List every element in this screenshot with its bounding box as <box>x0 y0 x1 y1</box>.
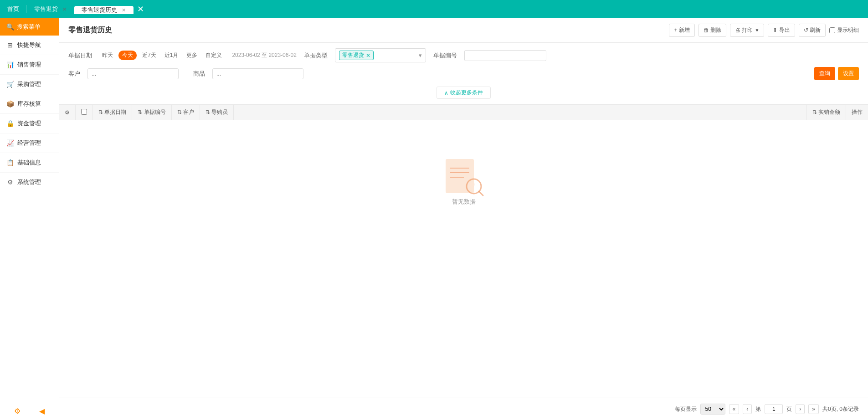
th-doc-no-label: ⇅ 单据编号 <box>138 109 165 115</box>
sidebar-item-quick-nav[interactable]: ⊞ 快捷导航 <box>0 36 59 55</box>
sidebar-bottom: ⚙ ◀ <box>0 402 59 420</box>
sidebar-item-sales-mgmt[interactable]: 📊 销售管理 <box>0 55 59 75</box>
th-guide[interactable]: ⇅ 导购员 <box>200 105 234 120</box>
sidebar-item-system-mgmt[interactable]: ⚙ 系统管理 <box>0 173 59 192</box>
first-page-button[interactable]: « <box>729 404 740 414</box>
print-button[interactable]: 🖨 打印 ▼ <box>730 24 764 37</box>
collapse-filter-button[interactable]: ∧ 收起更多条件 <box>437 87 491 99</box>
th-settings: ⚙ <box>59 105 76 120</box>
table-body: 暂无数据 <box>59 120 868 243</box>
page-input[interactable] <box>765 404 783 414</box>
date-btn-yesterday[interactable]: 昨天 <box>99 51 116 60</box>
doc-type-arrow: ▾ <box>419 52 422 59</box>
purchase-mgmt-icon: 🛒 <box>6 81 14 88</box>
sidebar-item-purchase-mgmt[interactable]: 🛒 采购管理 <box>0 75 59 94</box>
search-menu-icon: 🔍 <box>6 23 14 31</box>
customer-input[interactable] <box>87 68 179 79</box>
tab-home[interactable]: 首页 <box>0 5 27 13</box>
th-customer-label: ⇅ 客户 <box>177 109 194 115</box>
date-btn-custom[interactable]: 自定义 <box>203 51 225 60</box>
filter-area: 单据日期 昨天 今天 近7天 近1月 更多 自定义 2023-06-02 至 2… <box>59 43 868 105</box>
sidebar-item-basic-info[interactable]: 📋 基础信息 <box>0 153 59 173</box>
goods-input[interactable] <box>212 68 303 79</box>
new-button-label: + 新增 <box>674 26 689 34</box>
refresh-button-label: ↺ 刷新 <box>804 26 821 34</box>
page-unit: 页 <box>786 405 792 413</box>
doc-no-input[interactable] <box>464 50 546 61</box>
sidebar-item-sales-mgmt-label: 销售管理 <box>17 61 41 69</box>
show-detail-toggle[interactable]: 显示明细 <box>829 26 859 34</box>
new-button[interactable]: + 新增 <box>669 24 694 37</box>
filter-row-1: 单据日期 昨天 今天 近7天 近1月 更多 自定义 2023-06-02 至 2… <box>68 48 859 62</box>
refresh-button[interactable]: ↺ 刷新 <box>799 24 826 37</box>
th-amount-label: ⇅ 实销金额 <box>812 109 840 115</box>
show-detail-checkbox[interactable] <box>829 27 835 33</box>
goods-label: 商品 <box>193 70 205 78</box>
sales-mgmt-icon: 📊 <box>6 61 14 68</box>
tab-retail-return-history[interactable]: 零售退货历史 ✕ <box>74 6 134 14</box>
empty-state-row: 暂无数据 <box>59 120 868 243</box>
sidebar-item-system-mgmt-label: 系统管理 <box>17 178 41 186</box>
th-checkbox <box>76 105 93 120</box>
sidebar: 🔍 搜索菜单 ⊞ 快捷导航 📊 销售管理 🛒 采购管理 📦 库存核算 🔒 <box>0 18 59 420</box>
tab-retail-return-close[interactable]: ✕ <box>62 6 67 12</box>
page-label: 第 <box>755 405 761 413</box>
search-menu-button[interactable]: 🔍 搜索菜单 <box>0 18 59 36</box>
doc-type-tag-close[interactable]: ✕ <box>366 52 370 59</box>
doc-no-label: 单据编号 <box>433 51 457 60</box>
print-button-label: 🖨 打印 <box>735 26 753 34</box>
main-layout: 🔍 搜索菜单 ⊞ 快捷导航 📊 销售管理 🛒 采购管理 📦 库存核算 🔒 <box>0 18 868 420</box>
customer-label: 客户 <box>68 70 80 78</box>
doc-type-label: 单据类型 <box>304 51 328 60</box>
sidebar-item-basic-info-label: 基础信息 <box>17 159 41 167</box>
tab-retail-return[interactable]: 零售退货 ✕ <box>27 5 74 13</box>
th-doc-no[interactable]: ⇅ 单据编号 <box>132 105 171 120</box>
top-bar: 首页 零售退货 ✕ 零售退货历史 ✕ ✕ <box>0 0 868 18</box>
sidebar-item-operations[interactable]: 📈 经营管理 <box>0 133 59 153</box>
query-button-label: 查询 <box>819 70 830 77</box>
last-page-button[interactable]: » <box>808 404 819 414</box>
table-header: ⚙ ⇅ 单据日期 ⇅ 单据编号 ⇅ 客户 <box>59 105 868 120</box>
sidebar-item-finance-label: 资金管理 <box>17 119 41 128</box>
th-amount[interactable]: ⇅ 实销金额 <box>806 105 846 120</box>
window-close-button[interactable]: ✕ <box>134 4 148 14</box>
query-button[interactable]: 查询 <box>814 67 835 80</box>
collapse-sidebar-icon[interactable]: ◀ <box>39 407 45 415</box>
date-btn-today[interactable]: 今天 <box>118 51 137 60</box>
sidebar-item-inventory-label: 库存核算 <box>17 100 41 108</box>
collapse-row: ∧ 收起更多条件 <box>68 85 859 99</box>
next-page-button[interactable]: › <box>796 404 805 414</box>
print-dropdown-icon[interactable]: ▼ <box>755 28 759 33</box>
date-filter-buttons: 昨天 今天 近7天 近1月 更多 自定义 <box>99 51 225 60</box>
svg-point-7 <box>469 182 475 187</box>
th-customer[interactable]: ⇅ 客户 <box>171 105 200 120</box>
doc-type-tag-text: 零售退货 <box>342 51 364 59</box>
sidebar-item-finance[interactable]: 🔒 资金管理 <box>0 114 59 133</box>
page-size-select[interactable]: 50 10 20 100 <box>700 404 725 415</box>
export-button[interactable]: ⬆ 导出 <box>768 24 795 37</box>
select-all-checkbox[interactable] <box>81 109 87 115</box>
settings-bottom-icon[interactable]: ⚙ <box>14 407 21 415</box>
tab-home-label: 首页 <box>7 5 19 13</box>
sidebar-item-inventory[interactable]: 📦 库存核算 <box>0 94 59 114</box>
filter-row-2: 客户 商品 查询 设置 <box>68 67 859 80</box>
delete-button[interactable]: 🗑 删除 <box>699 24 726 37</box>
doc-type-select[interactable]: 零售退货 ✕ ▾ <box>335 48 426 62</box>
sidebar-nav: ⊞ 快捷导航 📊 销售管理 🛒 采购管理 📦 库存核算 🔒 资金管理 📈 <box>0 36 59 402</box>
prev-page-button[interactable]: ‹ <box>743 404 752 414</box>
sidebar-item-operations-label: 经营管理 <box>17 139 41 147</box>
data-table: ⚙ ⇅ 单据日期 ⇅ 单据编号 ⇅ 客户 <box>59 105 868 242</box>
date-btn-1month[interactable]: 近1月 <box>162 51 181 60</box>
total-records: 共0页, 0条记录 <box>822 405 859 413</box>
finance-icon: 🔒 <box>6 120 14 127</box>
settings-filter-button[interactable]: 设置 <box>838 67 859 80</box>
th-doc-date[interactable]: ⇅ 单据日期 <box>93 105 132 120</box>
date-btn-more[interactable]: 更多 <box>184 51 200 60</box>
tab-retail-return-history-close[interactable]: ✕ <box>122 7 126 13</box>
search-menu-label: 搜索菜单 <box>17 23 41 31</box>
export-button-label: ⬆ 导出 <box>773 26 790 34</box>
settings-icon[interactable]: ⚙ <box>65 109 70 116</box>
quick-nav-icon: ⊞ <box>6 41 14 49</box>
date-filter-label: 单据日期 <box>68 51 92 60</box>
date-btn-7days[interactable]: 近7天 <box>139 51 159 60</box>
